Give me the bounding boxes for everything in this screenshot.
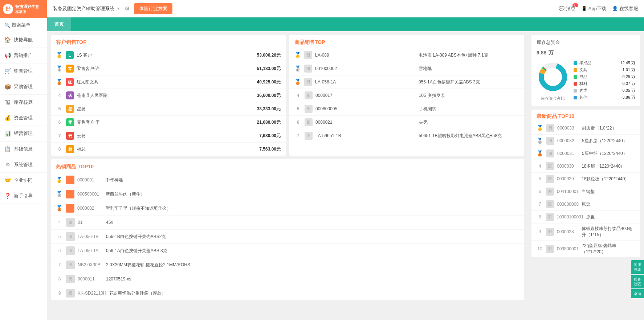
- list-item: 8 图 0000011 12070519-xs: [51, 272, 524, 286]
- main-content: 装备及固定资产辅助管理系统 ▼ ⚙ 体验行业方案 💬 消息 6 📱 App下载 …: [47, 0, 644, 320]
- message-item[interactable]: 💬 消息 6: [559, 5, 575, 12]
- rank-number: 6: [56, 248, 63, 253]
- customer-ranking-card: 客户销售TOP 🥇 L LS 客户 53,006.26元 🥈 零 零售客户·许 …: [51, 35, 286, 156]
- sidebar-label-cooperation: 企业协同: [14, 177, 33, 184]
- customer-name: 红太阳文具: [77, 79, 254, 85]
- content-area: 客户销售TOP 🥇 L LS 客户 53,006.26元 🥈 零 零售客户·许 …: [47, 31, 528, 320]
- medal-icon: 🥈: [294, 65, 301, 72]
- list-item: 🥉 图 0000031 5厘中纤（1220*2440）: [531, 147, 640, 160]
- customer-badge: 云: [66, 132, 74, 140]
- customer-name: LS 客户: [77, 52, 254, 58]
- product-name: 封边带（1.0*22）: [582, 125, 635, 131]
- app-download-item[interactable]: 📱 App下载: [581, 5, 606, 12]
- sidebar-item-marketing[interactable]: 📢营销推广: [0, 48, 47, 63]
- customer-badge: 红: [66, 78, 74, 86]
- customer-name: 苍南县人民医院: [77, 93, 254, 99]
- medal-icon: 🥈: [56, 191, 63, 197]
- product-thumbnail: 图: [66, 260, 75, 269]
- product-name: 10S 变扭罗浆: [419, 93, 519, 99]
- product-code: 0000029: [557, 176, 579, 181]
- customer-name: 档总: [77, 146, 256, 152]
- sidebar-item-purchase[interactable]: 📦采购管理: [0, 79, 47, 95]
- sidebar-item-sales[interactable]: 🛒销售管理: [0, 63, 47, 79]
- sidebar-item-system[interactable]: ⚙系统管理: [0, 157, 47, 173]
- product-thumbnail: 图: [546, 188, 554, 196]
- legend-label: 文具: [579, 67, 587, 73]
- product-code: 0000030: [557, 164, 579, 169]
- search-icon: 🔍: [4, 22, 10, 28]
- customer-badge: 零: [66, 118, 74, 126]
- sidebar-search[interactable]: 🔍 搜索菜单: [0, 18, 47, 32]
- sidebar-item-finance[interactable]: 💰资金管理: [0, 110, 47, 126]
- product-thumbnail: 图: [66, 275, 75, 283]
- product-code: 000800005: [315, 106, 416, 111]
- sidebar-item-basic-info[interactable]: 📋基础信息: [0, 141, 47, 157]
- sidebar-item-inventory[interactable]: 🏗库存核算: [0, 95, 47, 110]
- product-name: 18颗粒板（1220*2440）: [582, 176, 635, 182]
- list-item: 6 图 004100001 白钢垫: [531, 185, 640, 198]
- product-img: 图: [304, 78, 312, 86]
- sidebar-item-guide[interactable]: ❓新手引导: [0, 188, 47, 204]
- sidebar-item-operations[interactable]: 📊经营管理: [0, 126, 47, 141]
- online-service-item[interactable]: 👤 在线客服: [612, 5, 638, 12]
- service-icon: 👤: [612, 6, 618, 11]
- legend-color-dot: [574, 68, 577, 72]
- inventory-card: 库存总资金 9.88 万: [531, 35, 640, 106]
- experience-btn[interactable]: 体验行业方案: [134, 3, 172, 14]
- sidebar-item-quick-nav[interactable]: 🏠快捷导航: [0, 32, 47, 48]
- table-row: 7 图 LA-59651-1B 59651-1B旋转投影灯电池盒ABS黑色+58…: [289, 129, 524, 142]
- medal-icon: 🥉: [537, 150, 543, 157]
- table-row: 🥈 图 001000002 雪地靴: [289, 62, 524, 75]
- sidebar-label-basic-info: 基础信息: [14, 146, 33, 152]
- settings-icon[interactable]: ⚙: [125, 5, 130, 12]
- donut-chart-wrapper: 库存资金占比: [537, 61, 569, 101]
- float-btn-service-community[interactable]: 服务 社区: [631, 275, 644, 288]
- product-img: 图: [304, 65, 312, 73]
- product-thumbnail: 图: [546, 213, 554, 221]
- product-rank-list: 🥇 图 LA-089 电池盖 LA-089 ABS本色+黑种 7.1克 🥈 图 …: [289, 49, 524, 142]
- table-row: 🥉 红 红太阳文具 40,925.00元: [51, 75, 286, 89]
- customer-amount: 33,333.00元: [257, 106, 281, 112]
- inventory-title: 库存总资金: [537, 39, 635, 46]
- customer-amount: 7,680.00元: [259, 133, 281, 139]
- purchase-icon: 📦: [4, 83, 11, 90]
- float-btn-desktop[interactable]: 桌面: [631, 289, 644, 298]
- medal-icon: 🥇: [56, 52, 63, 58]
- customer-badge: 档: [66, 145, 74, 153]
- legend-item: 其他 -3.86 万: [574, 95, 635, 100]
- product-name: 12070519-xs: [106, 276, 519, 282]
- topbar-system-selector[interactable]: 装备及固定资产辅助管理系统 ▼: [53, 5, 120, 12]
- sidebar-label-guide: 新手引导: [14, 193, 33, 199]
- product-code: 003800001: [557, 246, 579, 251]
- product-name: 056-1B白色按键开关壳ABS2克: [106, 234, 519, 240]
- message-icon: 💬: [559, 6, 564, 11]
- customer-ranking-title: 客户销售TOP: [51, 35, 286, 49]
- legend-item: 文具 1.01 万: [574, 67, 635, 73]
- sidebar: 好 畅捷通好生意 标准版 🔍 搜索菜单 🏠快捷导航📢营销推广🛒销售管理📦采购管理…: [0, 0, 47, 320]
- legend-item: 成品 0.25 万: [574, 74, 635, 79]
- app-version: 标准版: [15, 9, 39, 14]
- sidebar-item-cooperation[interactable]: 🤝企业协同: [0, 173, 47, 188]
- float-btn-customer-service[interactable]: 客服 热线: [631, 260, 644, 274]
- product-name: 电池盖 LA-089 ABS本色+黑种 7.1克: [419, 52, 519, 58]
- marketing-icon: 📢: [4, 52, 11, 59]
- product-code: 0000028: [557, 229, 579, 234]
- table-row: 4 图 0000017 10S 变扭罗浆: [289, 89, 524, 102]
- rank-number: 5: [56, 234, 63, 239]
- product-code: 000800008: [557, 202, 579, 207]
- sidebar-search-label: 搜索菜单: [12, 22, 30, 28]
- message-badge: 6: [572, 3, 578, 7]
- tab-home[interactable]: 首页: [47, 17, 71, 31]
- product-code: 0000033: [557, 126, 579, 131]
- product-code: 0000031: [557, 151, 579, 156]
- system-title: 装备及固定资产辅助管理系统: [53, 5, 114, 12]
- rank-number: 5: [56, 106, 63, 111]
- product-name: 中华神雕: [106, 177, 519, 183]
- guide-icon: ❓: [4, 193, 11, 199]
- product-img: 图: [305, 132, 313, 140]
- product-name: 59651-1B旋转投影灯电池盒ABS黑色+58克: [419, 133, 519, 139]
- product-code: KK-SD22110H: [78, 291, 106, 296]
- rank-number: 8: [56, 276, 63, 282]
- table-row: 🥈 零 零售客户·许 51,183.00元: [51, 62, 286, 75]
- cooperation-icon: 🤝: [4, 177, 11, 184]
